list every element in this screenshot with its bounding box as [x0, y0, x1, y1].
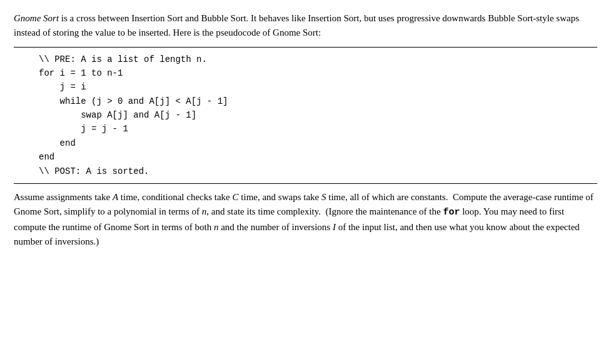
- pseudocode-line-6: j = j - 1: [39, 122, 597, 136]
- intro-paragraph: Gnome Sort is a cross between Insertion …: [14, 11, 597, 41]
- gnome-sort-title: Gnome Sort: [14, 13, 59, 23]
- bottom-text-1: Assume assignments take A time, conditio…: [14, 192, 593, 246]
- pseudocode-line-8: end: [39, 150, 597, 164]
- pseudocode-line-3: j = i: [39, 80, 597, 94]
- pseudocode-line-7: end: [39, 136, 597, 150]
- bottom-paragraph: Assume assignments take A time, conditio…: [14, 190, 597, 249]
- pseudocode-line-5: swap A[j] and A[j - 1]: [39, 108, 597, 122]
- pseudocode-line-1: \\ PRE: A is a list of length n.: [39, 53, 597, 66]
- pseudocode-line-2: for i = 1 to n-1: [39, 66, 597, 80]
- pseudocode-line-9: \\ POST: A is sorted.: [39, 164, 597, 178]
- intro-text: is a cross between Insertion Sort and Bu…: [14, 13, 579, 38]
- pseudocode-line-4: while (j > 0 and A[j] < A[j - 1]: [39, 94, 597, 108]
- pseudocode-block: \\ PRE: A is a list of length n. for i =…: [14, 47, 597, 185]
